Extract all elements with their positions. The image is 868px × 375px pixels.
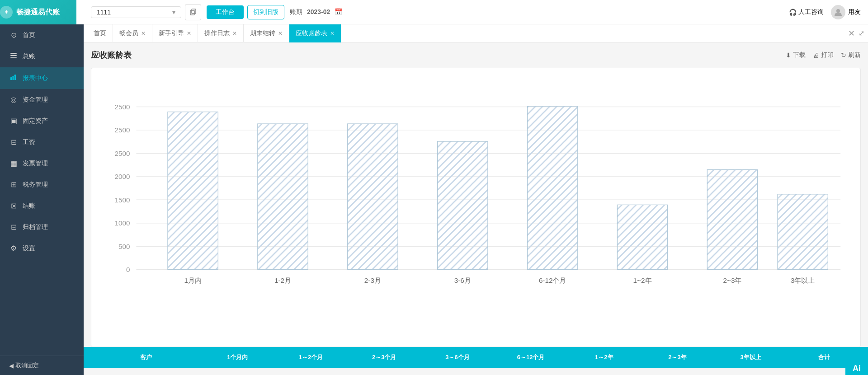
sidebar-item-tax[interactable]: ⊞ 税务管理 <box>0 174 84 195</box>
chart-container: 2500 2500 2500 2000 1500 <box>91 68 861 347</box>
col-1-2year: 1～2年 <box>567 353 641 361</box>
download-icon: ⬇ <box>786 52 791 59</box>
page-content: 应收账龄表 ⬇ 下载 🖨 打印 ↻ 刷新 <box>84 42 868 375</box>
sidebar-item-invoice[interactable]: ▦ 发票管理 <box>0 153 84 174</box>
calendar-icon[interactable]: 📅 <box>335 8 342 15</box>
print-button[interactable]: 🖨 打印 <box>813 51 834 59</box>
sidebar-item-label: 税务管理 <box>23 181 48 189</box>
svg-text:1~2年: 1~2年 <box>633 277 652 284</box>
logo-text: 畅捷通易代账 <box>16 8 60 17</box>
avatar <box>831 5 845 19</box>
tax-icon: ⊞ <box>9 180 18 189</box>
workbench-button[interactable]: 工作台 <box>207 5 244 19</box>
tab-period-end[interactable]: 期末结转 ✕ <box>244 24 289 42</box>
svg-text:500: 500 <box>118 243 130 250</box>
tab-oplog[interactable]: 操作日志 ✕ <box>198 24 244 42</box>
chart-wrapper: 2500 2500 2500 2000 1500 <box>99 75 853 339</box>
svg-text:2-3月: 2-3月 <box>364 277 381 284</box>
tab-close-aging[interactable]: ✕ <box>330 30 335 37</box>
svg-text:2~3年: 2~3年 <box>723 277 741 284</box>
settings-icon: ⚙ <box>9 244 18 253</box>
funds-icon: ◎ <box>9 95 18 104</box>
tab-home[interactable]: 首页 <box>87 24 113 42</box>
svg-text:1500: 1500 <box>115 196 130 204</box>
switch-old-button[interactable]: 切到旧版 <box>247 5 284 19</box>
sidebar-item-home[interactable]: ⊙ 首页 <box>0 24 84 46</box>
sidebar-item-ledger[interactable]: 总账 <box>0 46 84 67</box>
svg-text:2500: 2500 <box>115 126 130 134</box>
sidebar-nav: ⊙ 首页 总账 <box>0 24 84 356</box>
tab-guide[interactable]: 新手引导 ✕ <box>152 24 198 42</box>
home-icon: ⊙ <box>9 31 18 39</box>
salary-icon: ⊟ <box>9 138 18 146</box>
tab-close-period-end[interactable]: ✕ <box>278 30 283 37</box>
svg-rect-0 <box>190 10 194 15</box>
svg-text:1月内: 1月内 <box>184 277 202 284</box>
period-value: 2023-02 <box>307 8 330 15</box>
refresh-button[interactable]: ↻ 刷新 <box>841 51 861 59</box>
bar-1-2月 <box>258 124 308 270</box>
bar-1-2年 <box>617 205 667 269</box>
bar-6-12个月 <box>528 106 578 270</box>
sidebar-item-funds[interactable]: ◎ 资金管理 <box>0 89 84 110</box>
expand-tabs-button[interactable]: ⤢ <box>859 29 864 38</box>
sidebar-item-label: 报表中心 <box>23 74 48 82</box>
sidebar-item-reports[interactable]: 报表中心 <box>0 67 84 89</box>
sidebar-item-checkout[interactable]: ⊠ 结账 <box>0 195 84 216</box>
col-2-3year: 2～3年 <box>641 353 714 361</box>
sidebar-item-label: 工资 <box>23 138 35 146</box>
collapse-button[interactable]: ◀ 取消固定 <box>0 356 84 375</box>
reports-icon <box>9 74 18 83</box>
tab-close-oplog[interactable]: ✕ <box>232 30 237 37</box>
logo: ✦ 畅捷通易代账 <box>0 0 76 24</box>
consulting-button[interactable]: 🎧 人工咨询 <box>789 8 824 16</box>
logo-icon: ✦ <box>0 6 13 19</box>
table-header: 客户 1个月内 1～2个月 2～3个月 3～6个月 6～12个月 1～2年 2～… <box>84 347 868 368</box>
user-name: 用友 <box>848 8 861 16</box>
copy-button[interactable] <box>185 4 201 20</box>
company-name: 1111 <box>97 9 169 16</box>
user-area[interactable]: 用友 <box>831 5 861 19</box>
svg-text:3年以上: 3年以上 <box>791 277 815 284</box>
tabs-actions: ✕ ⤢ <box>848 28 864 38</box>
sidebar-item-label: 结账 <box>23 202 35 210</box>
tab-member[interactable]: 畅会员 ✕ <box>113 24 152 42</box>
tab-close-guide[interactable]: ✕ <box>187 30 191 37</box>
sidebar-item-settings[interactable]: ⚙ 设置 <box>0 238 84 259</box>
svg-text:1000: 1000 <box>115 219 130 227</box>
svg-rect-3 <box>10 53 17 54</box>
sidebar-item-label: 固定资产 <box>23 117 48 125</box>
tab-aging[interactable]: 应收账龄表 ✕ <box>289 24 341 42</box>
company-selector[interactable]: 1111 ▾ <box>91 6 181 18</box>
tab-close-member[interactable]: ✕ <box>141 30 146 37</box>
svg-text:0: 0 <box>126 266 130 273</box>
print-icon: 🖨 <box>813 52 819 59</box>
col-customer: 客户 <box>91 353 201 361</box>
refresh-icon: ↻ <box>841 52 846 59</box>
archive-icon: ⊟ <box>9 223 18 231</box>
close-all-tabs-button[interactable]: ✕ <box>848 28 855 38</box>
sidebar-item-label: 首页 <box>23 31 35 39</box>
sidebar-item-label: 发票管理 <box>23 159 48 168</box>
sidebar-item-assets[interactable]: ▣ 固定资产 <box>0 110 84 131</box>
sidebar-item-archive[interactable]: ⊟ 归档管理 <box>0 216 84 238</box>
collapse-label: 取消固定 <box>15 361 39 370</box>
bar-1月内 <box>168 112 218 270</box>
bar-3-6月 <box>438 141 488 270</box>
tabs-bar: 首页 畅会员 ✕ 新手引导 ✕ 操作日志 ✕ 期末结转 ✕ 应收账龄表 ✕ <box>84 24 868 42</box>
sidebar-item-label: 设置 <box>23 244 35 253</box>
bar-3年以上 <box>778 194 828 270</box>
sidebar: ⊙ 首页 总账 <box>0 24 84 375</box>
col-1month: 1个月内 <box>201 353 274 361</box>
bar-chart-svg: 2500 2500 2500 2000 1500 <box>99 75 853 339</box>
sidebar-item-salary[interactable]: ⊟ 工资 <box>0 131 84 153</box>
period-label: 账期 2023-02 📅 <box>290 8 342 16</box>
svg-point-2 <box>836 9 840 13</box>
sidebar-item-label: 资金管理 <box>23 96 48 104</box>
svg-rect-5 <box>10 57 17 58</box>
ai-badge[interactable]: Ai <box>845 362 868 375</box>
headset-icon: 🎧 <box>789 9 797 16</box>
collapse-icon: ◀ <box>9 362 14 369</box>
download-button[interactable]: ⬇ 下载 <box>786 51 806 59</box>
svg-text:2500: 2500 <box>115 150 130 157</box>
